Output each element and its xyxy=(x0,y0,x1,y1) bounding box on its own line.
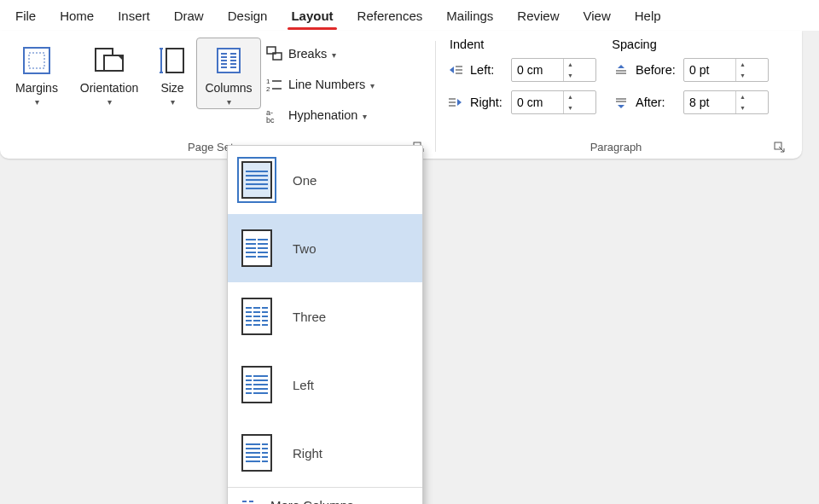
tab-draw[interactable]: Draw xyxy=(162,3,216,27)
columns-more-button[interactable]: More Columns... xyxy=(228,488,422,504)
columns-two-icon xyxy=(241,229,272,267)
tab-view[interactable]: View xyxy=(572,3,623,27)
size-icon xyxy=(158,43,187,78)
svg-text:1: 1 xyxy=(266,78,270,85)
spacing-after-value[interactable] xyxy=(684,96,735,109)
columns-icon xyxy=(214,43,243,78)
ribbon-tabs: File Home Insert Draw Design Layout Refe… xyxy=(0,0,819,31)
tab-file[interactable]: File xyxy=(3,3,48,27)
svg-rect-8 xyxy=(218,49,240,72)
columns-option-one[interactable]: One xyxy=(228,146,422,214)
chevron-down-icon: ▾ xyxy=(370,81,375,90)
tab-mailings[interactable]: Mailings xyxy=(434,3,505,27)
chevron-down-icon: ▾ xyxy=(332,50,336,60)
breaks-icon xyxy=(266,46,283,61)
svg-rect-1 xyxy=(29,53,44,68)
chevron-down-icon: ▾ xyxy=(363,112,367,121)
spacing-after-input[interactable]: ▲▼ xyxy=(683,90,769,114)
columns-dropdown: One Two Three Left Right Mo xyxy=(227,145,423,504)
orientation-icon xyxy=(92,43,126,78)
group-paragraph: Indent Spacing Left: ▲▼ Before: ▲ xyxy=(441,38,791,157)
tab-insert[interactable]: Insert xyxy=(106,3,162,27)
spacing-before-value[interactable] xyxy=(684,63,735,77)
tab-review[interactable]: Review xyxy=(505,3,571,27)
more-columns-icon xyxy=(241,500,258,505)
svg-rect-0 xyxy=(24,48,49,73)
hyphenation-label: Hyphenation xyxy=(288,108,357,122)
size-button[interactable]: Size ▾ xyxy=(148,38,196,109)
indent-right-icon xyxy=(448,96,465,109)
svg-text:2: 2 xyxy=(266,85,270,92)
hyphenation-icon: a-bc xyxy=(266,107,283,123)
spin-down[interactable]: ▼ xyxy=(564,70,577,81)
hyphenation-button[interactable]: a-bc Hyphenation ▾ xyxy=(266,104,375,126)
spacing-before-input[interactable]: ▲▼ xyxy=(683,58,769,82)
margins-button[interactable]: Margins ▾ xyxy=(3,38,70,109)
tab-help[interactable]: Help xyxy=(623,3,673,27)
columns-right-label: Right xyxy=(293,446,322,461)
spacing-header: Spacing xyxy=(612,38,656,51)
columns-option-left[interactable]: Left xyxy=(228,350,422,419)
tab-design[interactable]: Design xyxy=(216,3,280,27)
chevron-down-icon: ▾ xyxy=(107,97,112,107)
tab-layout[interactable]: Layout xyxy=(279,3,345,27)
group-separator xyxy=(435,41,436,152)
tab-home[interactable]: Home xyxy=(48,3,106,27)
spacing-before-label: Before: xyxy=(636,63,678,77)
spin-down[interactable]: ▼ xyxy=(736,70,749,81)
indent-right-label: Right: xyxy=(470,96,506,109)
columns-right-icon xyxy=(241,434,272,472)
spin-up[interactable]: ▲ xyxy=(736,91,749,102)
columns-more-label: More Columns... xyxy=(270,498,364,504)
spacing-after-icon xyxy=(613,96,630,109)
line-numbers-icon: 12 xyxy=(266,77,283,92)
chevron-down-icon: ▾ xyxy=(35,97,39,107)
columns-one-icon xyxy=(241,161,272,199)
indent-left-input[interactable]: ▲▼ xyxy=(511,58,596,82)
indent-header: Indent xyxy=(450,38,484,51)
columns-left-label: Left xyxy=(293,378,314,392)
margins-label: Margins xyxy=(15,81,58,96)
spin-up[interactable]: ▲ xyxy=(564,91,577,102)
size-label: Size xyxy=(160,81,183,96)
paragraph-launcher[interactable] xyxy=(774,142,786,154)
chevron-down-icon: ▾ xyxy=(227,97,231,107)
group-page-setup: Margins ▾ Orientation ▾ Size ▾ xyxy=(3,38,430,157)
svg-rect-4 xyxy=(166,49,183,72)
spacing-after-label: After: xyxy=(636,96,678,109)
columns-option-three[interactable]: Three xyxy=(228,282,422,350)
columns-one-label: One xyxy=(293,173,317,188)
spin-down[interactable]: ▼ xyxy=(736,102,749,113)
margins-icon xyxy=(21,43,52,78)
spin-up[interactable]: ▲ xyxy=(736,59,749,70)
spin-up[interactable]: ▲ xyxy=(564,59,577,70)
indent-right-value[interactable] xyxy=(512,96,563,109)
columns-three-icon xyxy=(241,298,272,335)
line-numbers-button[interactable]: 12 Line Numbers ▾ xyxy=(266,73,375,96)
columns-three-label: Three xyxy=(293,310,326,324)
line-numbers-label: Line Numbers xyxy=(288,78,365,91)
tab-references[interactable]: References xyxy=(346,3,435,27)
breaks-label: Breaks xyxy=(288,47,327,61)
page-setup-small-stack: Breaks ▾ 12 Line Numbers ▾ a-bc Hyphenat… xyxy=(261,38,380,126)
indent-left-label: Left: xyxy=(470,63,506,77)
spin-down[interactable]: ▼ xyxy=(564,102,577,113)
orientation-button[interactable]: Orientation ▾ xyxy=(70,38,148,109)
indent-left-icon xyxy=(448,63,465,77)
orientation-label: Orientation xyxy=(80,81,138,96)
spacing-before-icon xyxy=(613,63,630,77)
indent-left-value[interactable] xyxy=(512,63,563,77)
columns-option-right[interactable]: Right xyxy=(228,419,422,487)
columns-option-two[interactable]: Two xyxy=(228,214,422,282)
columns-label: Columns xyxy=(205,81,252,96)
ribbon: Margins ▾ Orientation ▾ Size ▾ xyxy=(0,31,802,159)
breaks-button[interactable]: Breaks ▾ xyxy=(266,43,375,65)
columns-button[interactable]: Columns ▾ xyxy=(196,38,261,109)
columns-two-label: Two xyxy=(293,241,317,256)
chevron-down-icon: ▾ xyxy=(171,97,175,107)
indent-right-input[interactable]: ▲▼ xyxy=(511,90,596,114)
svg-text:bc: bc xyxy=(266,116,275,123)
columns-left-icon xyxy=(241,366,272,403)
group-label-paragraph: Paragraph xyxy=(441,139,791,157)
